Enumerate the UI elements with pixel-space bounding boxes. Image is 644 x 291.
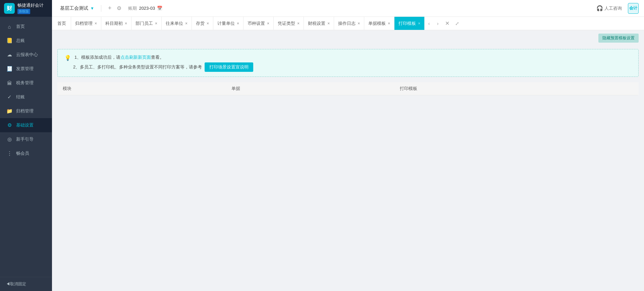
- settings-icon: ⚙: [6, 122, 13, 129]
- tab-oplog[interactable]: 操作日志 ×: [334, 17, 364, 30]
- sidebar-nav: ⌂ 首页 📒 总账 ☁ 云报表中心 🧾 发票管理 🏛 税务管理 ✓ 结账 📁 归…: [0, 17, 52, 277]
- main-area: 基层工会测试 ▼ + ⚙ 账期 2023-03 📅 🎧 人工咨询 会计 首页 归…: [52, 0, 644, 291]
- settle-icon: ✓: [6, 94, 13, 100]
- tab-close-icon[interactable]: ×: [267, 21, 269, 26]
- tax-icon: 🏛: [6, 80, 13, 86]
- tab-expand-button[interactable]: ⤢: [452, 17, 462, 30]
- print-scene-button[interactable]: 打印场景设置宣说明: [205, 62, 253, 72]
- tab-close-icon[interactable]: ×: [418, 21, 420, 26]
- tab-unit[interactable]: 计量单位 ×: [213, 17, 244, 30]
- tab-voucher[interactable]: 凭证类型 ×: [274, 17, 304, 30]
- sidebar-item-label: 畅会员: [16, 150, 29, 156]
- sidebar-item-report[interactable]: ☁ 云报表中心: [0, 48, 52, 62]
- tab-tax-settings[interactable]: 财税设置 ×: [304, 17, 334, 30]
- period-info: 账期 2023-03 📅: [128, 5, 162, 11]
- app-logo: 财 畅捷通好会计 旗舰版: [0, 0, 52, 17]
- company-settings-button[interactable]: ⚙: [114, 4, 124, 13]
- tab-label: 往来单位: [166, 20, 183, 27]
- tab-archive[interactable]: 归档管理 ×: [71, 17, 101, 30]
- tab-label: 单据模板: [368, 20, 386, 27]
- tab-next-button[interactable]: ›: [433, 17, 442, 30]
- tab-label: 凭证类型: [278, 20, 295, 27]
- company-selector[interactable]: 基层工会测试 ▼: [57, 4, 97, 13]
- col-form: 单据: [226, 82, 395, 95]
- headset-icon: 🎧: [596, 5, 603, 11]
- sidebar-item-invoice[interactable]: 🧾 发票管理: [0, 62, 52, 76]
- tab-dept[interactable]: 部门员工 ×: [131, 17, 162, 30]
- support-label: 人工咨询: [604, 5, 622, 11]
- tab-label: 财税设置: [308, 20, 325, 27]
- guide-icon: ◎: [6, 136, 13, 143]
- period-value: 2023-03: [139, 6, 155, 11]
- unpin-button[interactable]: ◀取消固定: [0, 277, 52, 291]
- add-company-button[interactable]: +: [105, 3, 114, 13]
- sidebar-item-label: 归档管理: [16, 108, 34, 114]
- col-module: 模块: [57, 82, 226, 95]
- sidebar-item-label: 总账: [16, 38, 25, 44]
- tab-close-icon[interactable]: ×: [185, 21, 187, 26]
- tab-close-icon[interactable]: ×: [125, 21, 127, 26]
- invoice-icon: 🧾: [6, 65, 13, 72]
- logo-icon: 财: [4, 3, 15, 14]
- cloud-icon: ☁: [6, 51, 13, 58]
- info-line1-text: 1、模板添加成功后，请: [74, 55, 120, 60]
- ledger-icon: 📒: [6, 37, 13, 44]
- support-button[interactable]: 🎧 人工咨询: [594, 4, 625, 13]
- info-box: 💡 1、模板添加成功后，请点击刷新新页面查看。 2、多员工、多打印机、多种业务类…: [57, 49, 639, 77]
- sidebar-item-settle[interactable]: ✓ 结账: [0, 90, 52, 104]
- tab-label: 计量单位: [217, 20, 235, 27]
- info-row-1: 💡 1、模板添加成功后，请点击刷新新页面查看。: [64, 54, 632, 61]
- topbar-divider: [101, 5, 101, 12]
- tab-prev-button[interactable]: ‹: [425, 17, 433, 30]
- tab-close-icon[interactable]: ×: [388, 21, 390, 26]
- tab-close-icon[interactable]: ×: [358, 21, 360, 26]
- sidebar-item-label: 云报表中心: [16, 52, 38, 58]
- tab-close-icon[interactable]: ×: [207, 21, 209, 26]
- sidebar-item-home[interactable]: ⌂ 首页: [0, 19, 52, 34]
- topbar-left: 基层工会测试 ▼ + ⚙ 账期 2023-03 📅: [57, 3, 594, 13]
- tab-label: 归档管理: [75, 20, 93, 27]
- tab-print[interactable]: 打印模板 ×: [394, 17, 425, 30]
- tab-close-icon[interactable]: ×: [237, 21, 239, 26]
- sidebar-item-label: 首页: [16, 23, 25, 30]
- tab-label: 操作日志: [338, 20, 356, 27]
- content-area: 隐藏预置模板设置 💡 1、模板添加成功后，请点击刷新新页面查看。 2、多员工、多…: [52, 30, 644, 291]
- tab-stock[interactable]: 存货 ×: [192, 17, 213, 30]
- sidebar-item-tax[interactable]: 🏛 税务管理: [0, 76, 52, 90]
- dropdown-arrow-icon: ▼: [90, 6, 94, 11]
- tab-home[interactable]: 首页: [53, 17, 71, 30]
- tab-supplier[interactable]: 往来单位 ×: [162, 17, 192, 30]
- topbar-right: 🎧 人工咨询 会计: [594, 3, 639, 14]
- tab-label: 币种设置: [248, 20, 265, 27]
- topbar: 基层工会测试 ▼ + ⚙ 账期 2023-03 📅 🎧 人工咨询 会计: [52, 0, 644, 17]
- account-button[interactable]: 会计: [628, 3, 639, 14]
- tab-subject[interactable]: 科目期初 ×: [101, 17, 131, 30]
- tab-close-icon[interactable]: ×: [155, 21, 157, 26]
- company-name: 基层工会测试: [60, 5, 88, 11]
- info-line2-text: 2、多员工、多打印机、多种业务类型设置不同打印方案等，请参考: [73, 64, 202, 70]
- sidebar-item-ledger[interactable]: 📒 总账: [0, 34, 52, 48]
- sidebar-item-archive[interactable]: 📁 归档管理: [0, 104, 52, 118]
- info-text-1: 1、模板添加成功后，请点击刷新新页面查看。: [74, 54, 164, 61]
- hide-preview-btn[interactable]: 隐藏预置模板设置: [598, 34, 639, 43]
- info-refresh-link[interactable]: 点击刷新新页面: [120, 55, 151, 60]
- tabbar: 首页 归档管理 × 科目期初 × 部门员工 × 往来单位 × 存货 × 计量单位…: [52, 17, 644, 30]
- print-template-table: 模块 单据 打印模板: [57, 82, 639, 95]
- tab-currency[interactable]: 币种设置 ×: [244, 17, 274, 30]
- tab-close-all-button[interactable]: ✕: [442, 17, 452, 30]
- calendar-icon[interactable]: 📅: [157, 6, 162, 11]
- period-label: 账期: [128, 5, 137, 11]
- sidebar-item-label: 结账: [16, 94, 25, 100]
- sidebar: 财 畅捷通好会计 旗舰版 ⌂ 首页 📒 总账 ☁ 云报表中心 🧾 发票管理 🏛 …: [0, 0, 52, 291]
- tab-label: 科目期初: [105, 20, 123, 27]
- tab-close-icon[interactable]: ×: [95, 21, 97, 26]
- tab-close-icon[interactable]: ×: [327, 21, 330, 26]
- tab-close-icon[interactable]: ×: [297, 21, 300, 26]
- sidebar-item-label: 发票管理: [16, 66, 34, 72]
- sidebar-item-settings[interactable]: ⚙ 基础设置: [0, 118, 52, 132]
- sidebar-item-guide[interactable]: ◎ 新手引导: [0, 132, 52, 146]
- app-edition: 旗舰版: [17, 9, 30, 14]
- sidebar-item-member[interactable]: ⋮ 畅会员: [0, 146, 52, 160]
- tab-simple-form[interactable]: 单据模板 ×: [364, 17, 394, 30]
- bulb-icon: 💡: [64, 55, 71, 61]
